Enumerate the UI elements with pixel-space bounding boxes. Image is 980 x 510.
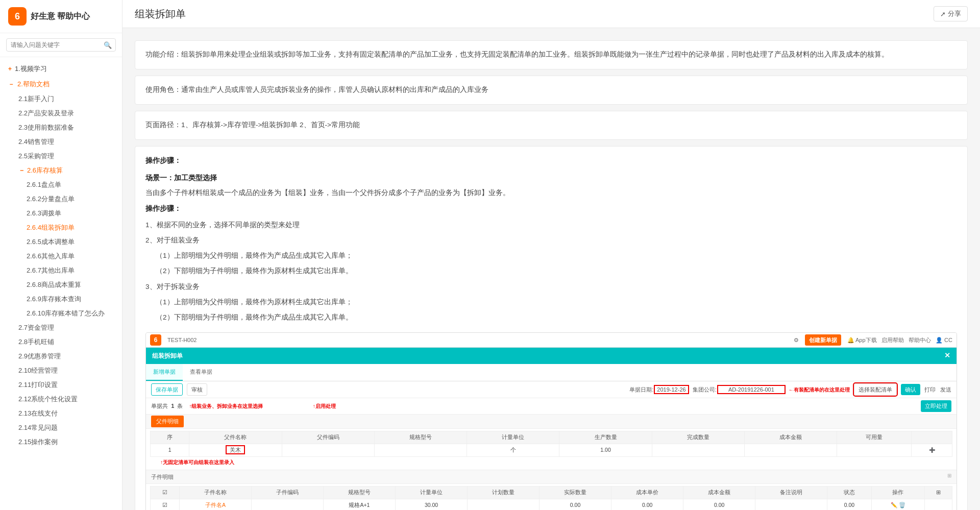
ss-logo-icon: 6: [150, 334, 161, 346]
ss-th-avail: 可用量: [837, 431, 912, 444]
ss-date-value: 2019-12-26: [655, 386, 688, 393]
sidebar-item-docs-2-11[interactable]: 2.11打印设置: [0, 378, 122, 392]
search-icon: 🔍: [104, 41, 112, 49]
ss-confirm-btn: 确认: [901, 384, 920, 396]
ss-close-icon: ✕: [944, 350, 950, 362]
ss-lower-th-cost-amt: 成本金额: [683, 487, 755, 499]
sidebar-item-2-6-6[interactable]: 2.6.6其他入库单: [0, 249, 122, 263]
ss-tab-view[interactable]: 查看单据: [183, 364, 219, 381]
ss-lower-th-actual: 实际数量: [540, 487, 611, 499]
ss-form-toolbar: 保存单据 审核 单据日期: 2019-12-26 集团公司: AD-201912…: [146, 381, 957, 399]
sidebar-item-docs-2-7[interactable]: 2.7资金管理: [0, 321, 122, 335]
sidebar-item-docs-2-15[interactable]: 2.15操作案例: [0, 435, 122, 449]
sidebar-item-docs-2-3[interactable]: 2.3使用前数据准备: [0, 120, 122, 135]
screenshot-container: 6 TEST-H002 ⚙ 创建新单据 🔔 App下载 启用帮助 帮助中心 👤 …: [145, 332, 957, 510]
sidebar-item-2-6-9[interactable]: 2.6.9库存账本查询: [0, 292, 122, 306]
ss-new-doc-btn: 创建新单据: [805, 334, 841, 346]
ss-td-prod-qty: 1.00: [559, 444, 652, 456]
sidebar-item-2-6-1[interactable]: 2.6.1盘点单: [0, 178, 122, 192]
logo-area: 6 好生意 帮助中心: [0, 0, 122, 33]
table-row: 1 关木 个 1.00: [151, 444, 952, 456]
minus-icon: －: [8, 80, 14, 89]
sidebar-item-docs-2-12[interactable]: 2.12系统个性化设置: [0, 392, 122, 406]
content-area: 功能介绍：组装拆卸单用来处理企业组装或拆卸等加工业务，支持有固定装配清单的产品加…: [122, 28, 980, 510]
step3-2: （2）下部明细为子件明细，最终作为产成品生成其它入库单。: [145, 311, 957, 324]
sidebar-item-docs-2-13[interactable]: 2.13在线支付: [0, 406, 122, 421]
ss-subform-row: 单据共 1 条 ↑组装业务、拆卸业务在这里选择 ↑启用处理 立即处理: [146, 398, 957, 415]
annotation-red3: ↑组装业务、拆卸业务在这里选择: [189, 402, 263, 410]
ss-lower-th-code: 子件编码: [251, 487, 323, 499]
sidebar-item-docs-2-14[interactable]: 2.14常见问题: [0, 421, 122, 435]
sidebar-item-docs-2-9[interactable]: 2.9优惠券管理: [0, 349, 122, 363]
sidebar-item-2-6-3[interactable]: 2.6.3调拨单: [0, 206, 122, 221]
topbar: 组装拆卸单 ➚ 分享: [122, 0, 980, 28]
ss-select-bom-btn: 选择装配清单: [854, 383, 897, 396]
annotation-red1: ←有装配清单的在这里处理: [789, 385, 850, 394]
ss-lower-ops-1[interactable]: ✏️ 🗑️: [871, 499, 924, 510]
ss-td-cost: [744, 444, 837, 456]
ss-th-prod-qty: 生产数量: [559, 431, 652, 444]
ops-title: 操作步骤：: [145, 155, 957, 167]
ss-lower-actual-1: 0.00: [540, 499, 611, 510]
sidebar-item-docs-2-2[interactable]: 2.2产品安装及登录: [0, 106, 122, 120]
ss-upper-table-wrap: 序 父件名称 父件编码 规格型号 计量单位 生产数量 完成数量 成本金额 可用量: [146, 429, 957, 470]
ss-th-parent-name: 父件名称: [189, 431, 282, 444]
nav-tree: + 1.视频学习 － 2.帮助文档 2.1新手入门 2.2产品安装及登录 2.3…: [0, 57, 122, 510]
sidebar-item-2-6-8[interactable]: 2.6.8商品成本重算: [0, 278, 122, 292]
sidebar-item-docs-2-8[interactable]: 2.8手机旺铺: [0, 335, 122, 349]
ss-save-btn: 保存单据: [151, 383, 183, 396]
step1: 1、根据不同的业务，选择不同单据的类型来处理: [145, 219, 957, 231]
ss-th-done-qty: 完成数量: [652, 431, 744, 444]
sidebar-item-video[interactable]: + 1.视频学习: [0, 61, 122, 77]
role-text: 使用角色：通常由生产人员或库管人员完成拆装业务的操作，库管人员确认原材料的出库和…: [145, 84, 957, 96]
ss-td-action[interactable]: ➕: [912, 444, 952, 456]
search-input[interactable]: [6, 38, 116, 52]
ss-lower-status-1: 0.00: [827, 499, 872, 510]
ss-tab-new[interactable]: 新增单据: [146, 364, 183, 381]
sidebar-item-2-6-2[interactable]: 2.6.2分量盘点单: [0, 192, 122, 206]
ss-th-parent-code: 父件编码: [282, 431, 374, 444]
search-box[interactable]: 🔍: [0, 33, 122, 57]
sidebar-item-docs-2-1[interactable]: 2.1新手入门: [0, 92, 122, 106]
page-title: 组装拆卸单: [135, 7, 186, 21]
ss-table-header-row: 序 父件名称 父件编码 规格型号 计量单位 生产数量 完成数量 成本金额 可用量: [151, 431, 952, 444]
ss-delete-icon: 🗑️: [899, 502, 905, 508]
ss-upper-table: 序 父件名称 父件编码 规格型号 计量单位 生产数量 完成数量 成本金额 可用量: [150, 431, 952, 457]
ss-lower-table: ☑ 子件名称 子件编码 规格型号 计量单位 计划数量 实际数量 成本单价 成本金…: [150, 486, 952, 510]
ss-icons: 🔔 App下载 启用帮助 帮助中心 👤 CC: [847, 335, 952, 345]
ss-lower-th-ops: 操作: [871, 487, 924, 499]
ss-td-name: 关木: [189, 444, 282, 456]
sidebar-item-docs-2-6[interactable]: － 2.6库存核算: [0, 163, 122, 178]
ss-th-cost: 成本金额: [744, 431, 837, 444]
ss-edit-icon: ✏️: [891, 502, 897, 508]
ss-td-done-qty: [652, 444, 744, 456]
ss-lower-costamt-1: 0.00: [683, 499, 755, 510]
plus-icon: +: [8, 65, 12, 72]
sidebar-item-docs[interactable]: － 2.帮助文档: [0, 77, 122, 92]
ss-add-row-icon: ➕: [929, 447, 935, 453]
ss-td-avail: [837, 444, 912, 456]
sidebar-item-2-6-10[interactable]: 2.6.10库存账本错了怎么办: [0, 306, 122, 321]
ss-form-title: 组装拆卸单: [152, 351, 183, 361]
main-content: 组装拆卸单 ➚ 分享 功能介绍：组装拆卸单用来处理企业组装或拆卸等加工业务，支持…: [122, 0, 980, 510]
sidebar-item-2-6-4[interactable]: 2.6.4组装拆卸单: [0, 221, 122, 235]
sidebar-item-docs-2-5[interactable]: 2.5采购管理: [0, 149, 122, 163]
share-button[interactable]: ➚ 分享: [934, 6, 968, 21]
ss-lower-th-expand: ⊞: [924, 487, 952, 499]
ss-lower-table-wrap: ☑ 子件名称 子件编码 规格型号 计量单位 计划数量 实际数量 成本单价 成本金…: [146, 484, 957, 510]
ss-confirm2-btn: 立即处理: [921, 400, 951, 412]
ss-lower-remark-1: [755, 499, 827, 510]
step2-1: （1）上部明细为父件明细，最终作为产成品生成其它入库单；: [145, 250, 957, 262]
sidebar-item-2-6-7[interactable]: 2.6.7其他出库单: [0, 263, 122, 278]
ss-lower-plan-1: [468, 499, 540, 510]
ss-approve-btn: 审核: [187, 383, 207, 396]
ss-lower-unit-1: 30.00: [396, 499, 468, 510]
ss-td-seq: 1: [151, 444, 189, 456]
sidebar-item-docs-2-10[interactable]: 2.10经营管理: [0, 363, 122, 378]
sidebar: 6 好生意 帮助中心 🔍 + 1.视频学习 － 2.帮助文档 2.1新手入门 2…: [0, 0, 122, 510]
sidebar-item-docs-2-4[interactable]: 2.4销售管理: [0, 135, 122, 149]
ss-header-bar: 组装拆卸单 ✕: [146, 348, 957, 364]
sidebar-item-2-6-5[interactable]: 2.6.5成本调整单: [0, 235, 122, 249]
role-card: 使用角色：通常由生产人员或库管人员完成拆装业务的操作，库管人员确认原材料的出库和…: [135, 76, 968, 105]
ss-system-nav: 6 TEST-H002 ⚙ 创建新单据 🔔 App下载 启用帮助 帮助中心 👤 …: [146, 333, 957, 348]
